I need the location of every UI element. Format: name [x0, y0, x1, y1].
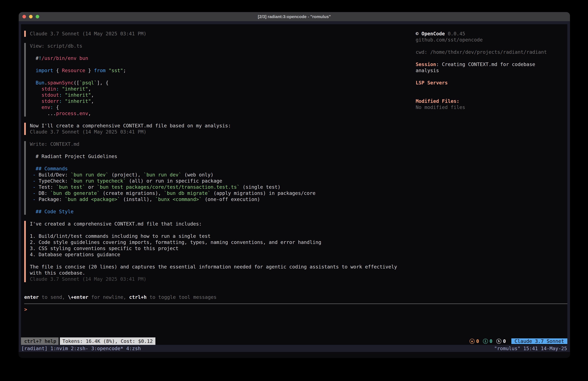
session-sidebar: © OpenCode 0.0.45github.com/sst/opencode… — [416, 31, 567, 111]
token: Build/Dev: — [39, 172, 71, 178]
token: from — [94, 68, 105, 73]
token: Claude 3.7 Sonnet (14 May 2025 03:41 PM) — [30, 129, 146, 135]
token: - — [30, 184, 39, 190]
token: ... — [30, 111, 56, 116]
terminal-line — [416, 55, 567, 61]
token: env — [79, 111, 88, 116]
token: "inherit" — [62, 92, 91, 98]
terminal-line: ## Code Style — [30, 209, 315, 215]
token: : — [59, 92, 62, 98]
prompt-row[interactable]: > — [24, 306, 27, 313]
token: # — [30, 55, 39, 61]
token: spawnSync — [47, 80, 74, 86]
close-button[interactable] — [22, 15, 26, 18]
terminal-line: - DB: `bun db generate` (create migratio… — [30, 190, 315, 196]
token: , — [88, 86, 91, 92]
token: # Radiant Project Guidelines — [30, 154, 117, 159]
token: I've created a comprehensive CONTEXT.md … — [30, 221, 202, 227]
token: 1. Build/lint/test commands including ho… — [30, 233, 210, 239]
token: (one-off execution) — [202, 197, 260, 202]
terminal-line: - Test: `bun test` or `bun test packages… — [30, 184, 315, 190]
token: (all) or run in specific package — [126, 178, 222, 184]
token: stderr — [30, 98, 59, 104]
token: } — [85, 68, 94, 73]
message-block: Now I'll create a comprehensive CONTEXT.… — [24, 123, 397, 135]
orange-accent-bar — [24, 221, 26, 282]
block-lines: I've created a comprehensive CONTEXT.md … — [30, 221, 397, 282]
terminal-line: stdout: "inherit", — [30, 92, 126, 98]
token: 0.0.45 — [445, 31, 465, 37]
terminal-line: ## Commands — [30, 166, 315, 172]
token: : Creating CONTEXT.md for codebase — [436, 62, 535, 67]
info-icon: i — [483, 339, 488, 344]
token: No modified files — [416, 104, 465, 110]
token: ## Code Style — [30, 209, 74, 214]
token: © OpenCode — [416, 31, 445, 37]
tool-write-block: Write: CONTEXT.md # Radiant Project Guid… — [24, 141, 397, 215]
token: , — [88, 111, 91, 116]
terminal-line: analysis — [416, 67, 567, 74]
statusbar-right: w0i0h0 Claude 3.7 Sonnet — [470, 337, 567, 345]
terminal-line: 4. Database operations guidance — [30, 251, 397, 258]
token: stdout — [30, 92, 59, 98]
lsp-diagnostics: w0i0h0 — [470, 338, 510, 344]
gray-accent-bar — [24, 141, 26, 215]
terminal-line: LSP Servers — [416, 80, 567, 86]
terminal-line: enter to send, \+enter for newline, ctrl… — [24, 294, 216, 300]
window-title: [2/3] radiant:3:opencode - "romulus" — [258, 14, 331, 19]
keybind-help-line: enter to send, \+enter for newline, ctrl… — [24, 294, 216, 300]
input-divider — [24, 304, 567, 304]
hints-count: 0 — [503, 338, 506, 344]
terminal-line: Modified Files: — [416, 98, 567, 104]
token: : — [59, 98, 62, 104]
warnings-diagnostic: w0 — [470, 338, 479, 344]
terminal-line: Session: Creating CONTEXT.md for codebas… — [416, 61, 567, 67]
token: (web only) — [181, 172, 213, 178]
terminal-line: stdin: "inherit", — [30, 86, 126, 92]
desktop: { "window": { "title": "[2/3] radiant:3:… — [0, 0, 588, 381]
opencode-tui: Claude 3.7 Sonnet (14 May 2025 03:41 PM)… — [21, 24, 567, 345]
terminal-line: I've created a comprehensive CONTEXT.md … — [30, 221, 397, 227]
terminal-line — [416, 86, 567, 92]
terminal-line: The file is concise (20 lines) and captu… — [30, 264, 397, 270]
tmux-session-windows[interactable]: [radiant] 1:nvim 2:zsh- 3:opencode* 4:zs… — [21, 346, 141, 351]
token: ; — [123, 68, 126, 73]
terminal-line — [416, 92, 567, 98]
terminal-line: with this codebase. — [30, 270, 397, 276]
status-bar: ctrl+? help Tokens: 16.4K (8%), Cost: $0… — [21, 337, 567, 345]
token: View: script/db.ts — [30, 43, 82, 49]
window-titlebar[interactable]: [2/3] radiant:3:opencode - "romulus" — [19, 12, 570, 21]
token: Resource — [62, 68, 85, 73]
token: { — [53, 68, 62, 73]
token: - — [30, 172, 39, 178]
terminal-line — [416, 74, 567, 80]
token: DB: — [39, 190, 50, 196]
block-lines: View: script/db.ts #!/usr/bin/env bun im… — [30, 43, 126, 116]
token: ctrl+h — [129, 294, 147, 300]
block-lines: Claude 3.7 Sonnet (14 May 2025 03:41 PM) — [30, 31, 146, 37]
token: `bun db migrate` — [164, 190, 210, 196]
token: `bun add <package>` — [65, 197, 120, 202]
token: "inherit" — [59, 86, 88, 92]
token: /usr/bin/env bun — [42, 55, 88, 61]
minimize-button[interactable] — [29, 15, 33, 18]
terminal-line: github.com/sst/opencode — [416, 37, 567, 43]
token: Modified Files: — [416, 98, 459, 104]
token: analysis — [416, 68, 439, 73]
token: `psql` — [79, 80, 97, 86]
terminal-line — [30, 147, 315, 153]
token: ([ — [74, 80, 79, 86]
zoom-button[interactable] — [36, 15, 39, 18]
model-badge: Claude 3.7 Sonnet — [511, 338, 567, 344]
token: { — [53, 104, 59, 110]
terminal-line: env: { — [30, 104, 126, 111]
terminal-line — [30, 49, 126, 55]
terminal-line: import { Resource } from "sst"; — [30, 67, 126, 74]
terminal-line: Write: CONTEXT.md — [30, 141, 315, 147]
tmux-statusline: [radiant] 1:nvim 2:zsh- 3:opencode* 4:zs… — [19, 345, 570, 352]
help-shortcut-chip: ctrl+? help — [21, 337, 59, 345]
token: ! — [39, 55, 42, 61]
terminal-line: Claude 3.7 Sonnet (14 May 2025 03:41 PM) — [30, 129, 231, 135]
warnings-count: 0 — [476, 338, 479, 344]
tmux-host-clock: "romulus" 15:41 14-May-25 — [494, 346, 567, 351]
